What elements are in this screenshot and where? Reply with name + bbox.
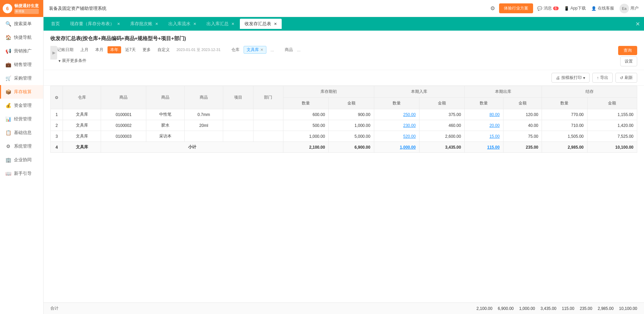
filter-bar: 记账日期 上月本月本年近7天更多自定义 2023-01-01 至 2023-12… — [57, 46, 618, 54]
tab-label-inventory_dist: 现存量（库存分布表） — [70, 21, 114, 27]
th-open-amt: 金额 — [329, 98, 374, 109]
tab-close-inout_flow[interactable]: ✕ — [193, 22, 196, 26]
cell-dept — [253, 131, 283, 142]
online-service-btn[interactable]: 👤 在线客服 — [591, 5, 614, 11]
sidebar-item-label-marketing: 营销推广 — [14, 48, 32, 54]
settings-gear-icon[interactable]: ⚙ — [490, 5, 495, 12]
expand-more-btn[interactable]: ▾ 展开更多条件 — [59, 56, 86, 65]
sidebar-logo: 6 畅捷通好生意 标准版 — [0, 0, 43, 17]
tab-receive_summary[interactable]: 收发存汇总表✕ — [240, 19, 282, 29]
footer-in-amt: 3,435.00 — [541, 306, 557, 311]
refresh-icon: ↺ — [620, 76, 623, 80]
th-balance: 结存 — [542, 86, 637, 98]
cell-in-qty[interactable]: 250.00 — [374, 109, 419, 120]
tab-label-receive_summary: 收发存汇总表 — [245, 21, 271, 27]
operation-icon: 📊 — [5, 116, 11, 122]
sidebar-item-search[interactable]: 🔍搜索菜单 — [0, 17, 43, 31]
tabbar-close-btn[interactable]: ✕ — [634, 20, 641, 28]
query-btn[interactable]: 查询 — [618, 46, 637, 55]
tab-bar: 首页现存量（库存分布表）✕库存批次账✕出入库流水✕出入库汇总✕收发存汇总表✕✕ — [44, 17, 644, 31]
cell-open-amt: 900.00 — [329, 109, 374, 120]
filter-main: 记账日期 上月本月本年近7天更多自定义 2023-01-01 至 2023-12… — [57, 46, 618, 65]
export-btn[interactable]: ↑ 导出 — [592, 73, 613, 83]
table-settings-col[interactable]: ⚙ — [51, 86, 63, 109]
export-icon: ↑ — [597, 76, 599, 80]
tab-label-inout_flow: 出入库流水 — [168, 21, 191, 27]
tab-close-inout_summary[interactable]: ✕ — [231, 22, 234, 26]
date-shortcut-自定义[interactable]: 自定义 — [155, 46, 172, 53]
table-footer: 合计 2,100.00 6,900.00 1,000.00 3,435.00 1… — [44, 302, 644, 314]
tab-batch[interactable]: 库存批次账✕ — [126, 19, 163, 29]
print-btn[interactable]: 🖨 按模板打印 ▾ — [551, 73, 590, 83]
sidebar-item-marketing[interactable]: 📢营销推广 — [0, 44, 43, 58]
sidebar-item-guide[interactable]: 📖新手引导 — [0, 167, 43, 180]
settings-small-btn[interactable]: 设置 — [620, 56, 637, 66]
user-avatar: Ea — [620, 4, 629, 13]
guide-icon: 📖 — [5, 171, 11, 176]
goods-more-btn[interactable]: ... — [297, 48, 300, 52]
date-shortcut-更多[interactable]: 更多 — [140, 46, 153, 53]
tab-inventory_dist[interactable]: 现存量（库存分布表）✕ — [65, 19, 125, 29]
footer-bal-amt: 10,100.00 — [619, 306, 637, 311]
tab-label-home: 首页 — [51, 21, 60, 27]
logo-text: 畅捷通好生意 标准版 — [14, 3, 39, 14]
user-btn[interactable]: Ea 用户 — [620, 4, 639, 13]
date-shortcut-本月[interactable]: 本月 — [93, 46, 106, 53]
cell-in-qty[interactable]: 230.00 — [374, 120, 419, 131]
tab-home[interactable]: 首页 — [46, 19, 65, 29]
cell-out-qty[interactable]: 15.00 — [465, 131, 503, 142]
cell-open-qty: 600.00 — [283, 109, 329, 120]
experience-btn[interactable]: 体验行业方案 — [499, 3, 533, 13]
date-shortcut-本年[interactable]: 本年 — [108, 46, 121, 53]
cell-dept — [253, 120, 283, 131]
sidebar-item-operation[interactable]: 📊经营管理 — [0, 112, 43, 126]
sidebar-item-enterprise[interactable]: 🏢企业协同 — [0, 153, 43, 167]
cell-bal-qty: 770.00 — [542, 109, 587, 120]
warehouse-tag-close[interactable]: ✕ — [260, 48, 263, 52]
cell-out-qty[interactable]: 80.00 — [465, 109, 503, 120]
filter-row: ▶ 记账日期 上月本月本年近7天更多自定义 2023-01-01 至 2023-… — [50, 46, 637, 66]
cell-goods-spec: 20ml — [184, 120, 223, 131]
quick_nav-icon: 🏠 — [5, 35, 11, 40]
cell-open-qty: 1,000.00 — [283, 131, 329, 142]
purchase-icon: 🛒 — [5, 76, 11, 81]
th-goods-name: 商品 — [146, 86, 184, 109]
cell-out-amt: 120.00 — [503, 109, 542, 120]
sidebar-item-purchase[interactable]: 🛒采购管理 — [0, 71, 43, 85]
sidebar-item-system[interactable]: ⚙系统管理 — [0, 139, 43, 153]
tab-inout_summary[interactable]: 出入库汇总✕ — [202, 19, 239, 29]
base_info-icon: 📋 — [5, 130, 11, 135]
tab-close-batch[interactable]: ✕ — [155, 22, 158, 26]
sidebar-item-base_info[interactable]: 📋基础信息 — [0, 126, 43, 139]
expand-row: ▾ 展开更多条件 — [57, 56, 618, 65]
toolbar: 🖨 按模板打印 ▾ ↑ 导出 ↺ 刷新 — [44, 70, 644, 86]
th-open-qty: 数量 — [283, 98, 329, 109]
tab-inout_flow[interactable]: 出入库流水✕ — [164, 19, 201, 29]
tab-close-inventory_dist[interactable]: ✕ — [117, 22, 120, 26]
panel-collapse-btn[interactable]: ▶ — [50, 46, 57, 60]
cell-no: 1 — [51, 109, 63, 120]
app-download-btn[interactable]: 📱 App下载 — [564, 5, 586, 11]
warehouse-tag[interactable]: 文具库 ✕ — [244, 46, 266, 54]
sidebar-item-finance[interactable]: 💰资金管理 — [0, 99, 43, 112]
online-service-label: 在线客服 — [598, 5, 614, 11]
cell-project — [223, 131, 253, 142]
sidebar-item-inventory[interactable]: 📦库存核算 — [0, 85, 43, 99]
sidebar-item-sales[interactable]: 💼销售管理 — [0, 58, 43, 71]
print-label: 按模板打印 — [561, 75, 582, 81]
tab-close-receive_summary[interactable]: ✕ — [274, 22, 277, 26]
th-out-amt: 金额 — [503, 98, 542, 109]
page-title: 收发存汇总表(按仓库+商品编码+商品+规格型号+项目+部门) — [50, 35, 637, 42]
refresh-btn[interactable]: ↺ 刷新 — [615, 73, 637, 83]
messages-btn[interactable]: 💬 消息 6 — [537, 5, 559, 11]
date-shortcut-近7天[interactable]: 近7天 — [122, 46, 138, 53]
cell-dept — [253, 109, 283, 120]
sidebar-item-quick_nav[interactable]: 🏠快捷导航 — [0, 31, 43, 44]
sidebar-item-label-sales: 销售管理 — [14, 62, 32, 68]
cell-bal-amt: 7,525.00 — [587, 131, 637, 142]
subtotal-open-amt: 6,900.00 — [329, 142, 374, 153]
date-shortcut-上月[interactable]: 上月 — [78, 46, 91, 53]
cell-out-qty[interactable]: 20.00 — [465, 120, 503, 131]
cell-in-qty[interactable]: 520.00 — [374, 131, 419, 142]
warehouse-more-btn[interactable]: ... — [270, 48, 274, 52]
